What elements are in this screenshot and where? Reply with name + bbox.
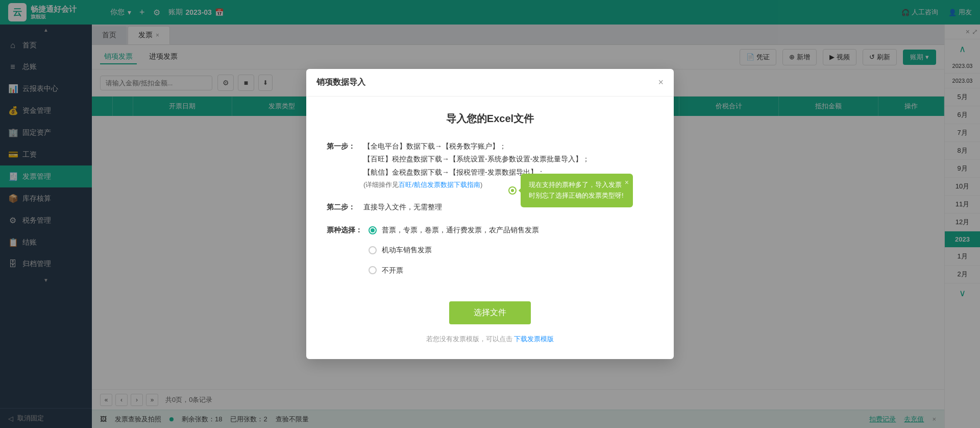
modal-main-title: 导入您的Excel文件 — [327, 112, 653, 126]
step2-label: 第二步： — [327, 201, 357, 213]
radio-section-label: 票种选择： — [327, 224, 362, 291]
tooltip-text: 现在支持的票种多了，导入发票时别忘了选择正确的发票类型呀! — [529, 181, 624, 199]
import-modal: 销项数据导入 × 导入您的Excel文件 第一步： 【全电平台】数据下载→【税务… — [306, 69, 674, 359]
step1-line1: 【全电平台】数据下载→【税务数字账户】； — [363, 140, 653, 153]
radio-option-2[interactable]: 机动车销售发票 — [369, 244, 539, 256]
radio-label-3: 不开票 — [382, 264, 403, 277]
tooltip-dot — [509, 187, 516, 194]
radio-option-1[interactable]: 普票，专票，卷票，通行费发票，农产品销售发票 — [369, 224, 539, 236]
radio-label-2: 机动车销售发票 — [382, 244, 432, 256]
radio-group: 普票，专票，卷票，通行费发票，农产品销售发票 机动车销售发票 不开票 — [369, 224, 539, 277]
radio-input-2[interactable] — [369, 246, 377, 254]
select-file-btn[interactable]: 选择文件 — [449, 301, 531, 324]
modal-header: 销项数据导入 × — [306, 69, 674, 97]
download-template-link[interactable]: 下载发票模版 — [514, 335, 554, 343]
modal-footer: 若您没有发票模版，可以点击 下载发票模版 — [327, 335, 653, 344]
radio-section: 票种选择： 普票，专票，卷票，通行费发票，农产品销售发票 机动车销售发票 不开票 — [327, 224, 653, 291]
radio-option-3[interactable]: 不开票 — [369, 264, 539, 277]
radio-input-3[interactable] — [369, 266, 377, 274]
modal-title: 销项数据导入 — [316, 77, 365, 88]
radio-input-1[interactable] — [369, 226, 377, 234]
modal-overlay[interactable]: 销项数据导入 × 导入您的Excel文件 第一步： 【全电平台】数据下载→【税务… — [0, 0, 980, 428]
modal-body: 导入您的Excel文件 第一步： 【全电平台】数据下载→【税务数字账户】； 【百… — [306, 97, 674, 359]
step1-label: 第一步： — [327, 140, 357, 191]
step1-line2: 【百旺】税控盘数据下载→【系统设置-系统参数设置-发票批量导入】； — [363, 153, 653, 165]
radio-label-1: 普票，专票，卷票，通行费发票，农产品销售发票 — [382, 224, 539, 236]
guide-link[interactable]: 百旺/航信发票数据下载指南 — [399, 181, 480, 188]
tooltip-box: × 现在支持的票种多了，导入发票时别忘了选择正确的发票类型呀! — [521, 174, 633, 207]
modal-close-btn[interactable]: × — [658, 77, 664, 88]
tooltip-close-btn[interactable]: × — [625, 177, 629, 188]
